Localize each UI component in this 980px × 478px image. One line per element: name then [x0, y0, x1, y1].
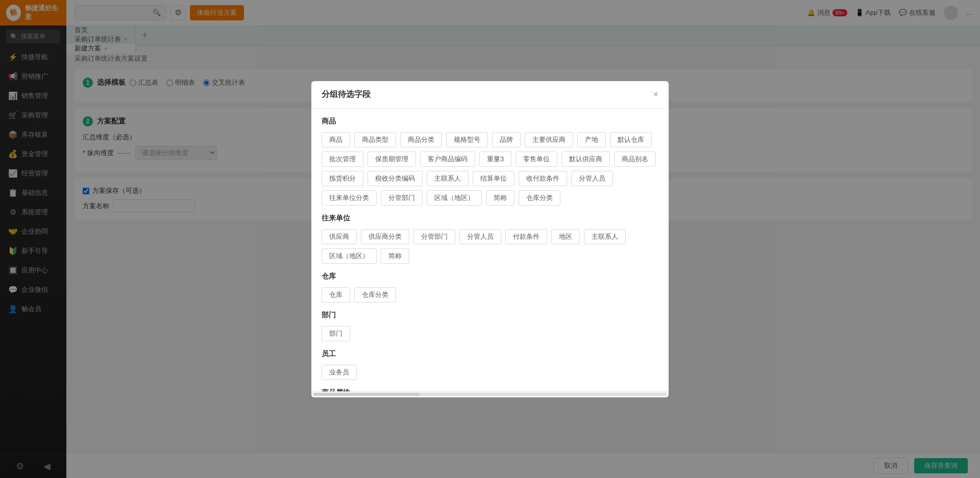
tag-item[interactable]: 分管人员: [459, 229, 501, 244]
tag-item[interactable]: 产地: [577, 132, 606, 147]
tag-grid-staff: 业务员: [322, 365, 658, 380]
section-title-supplier: 往来单位: [322, 214, 658, 223]
section-title-warehouse: 仓库: [322, 272, 658, 281]
tag-item[interactable]: 分管部门: [413, 229, 455, 244]
tag-grid-goods: 商品商品类型商品分类规格型号品牌主要供应商产地默认仓库批次管理保质期管理客户商品…: [322, 132, 658, 206]
tag-item[interactable]: 分管人员: [571, 171, 613, 186]
section-title-staff: 员工: [322, 349, 658, 359]
tag-item[interactable]: 默认供应商: [561, 152, 610, 167]
tag-item[interactable]: 商品别名: [614, 152, 656, 167]
tag-item[interactable]: 零售单位: [516, 152, 557, 167]
tag-item[interactable]: 供应商: [322, 229, 357, 244]
modal-header: 分组待选字段 ×: [311, 81, 669, 109]
tag-item[interactable]: 业务员: [322, 365, 357, 380]
tag-item[interactable]: 重量3: [479, 152, 511, 167]
tag-item[interactable]: 仓库分类: [519, 190, 560, 206]
tag-item[interactable]: 简称: [381, 248, 409, 264]
modal-dialog: 分组待选字段 × 商品商品商品类型商品分类规格型号品牌主要供应商产地默认仓库批次…: [311, 81, 669, 397]
modal-body: 商品商品商品类型商品分类规格型号品牌主要供应商产地默认仓库批次管理保质期管理客户…: [311, 109, 669, 391]
tag-item[interactable]: 往来单位分类: [322, 190, 377, 206]
tag-item[interactable]: 规格型号: [446, 132, 488, 147]
tag-item[interactable]: 默认仓库: [610, 132, 652, 147]
tag-item[interactable]: 仓库分类: [354, 287, 396, 303]
tag-item[interactable]: 区域（地区）: [427, 190, 482, 206]
tag-item[interactable]: 商品类型: [354, 132, 396, 147]
tag-item[interactable]: 供应商分类: [361, 229, 409, 244]
tag-item[interactable]: 批次管理: [322, 152, 363, 167]
tag-item[interactable]: 结算单位: [473, 171, 514, 186]
modal-scrollbar-thumb: [313, 393, 420, 396]
tag-item[interactable]: 拣货积分: [322, 171, 363, 186]
modal-title: 分组待选字段: [322, 89, 371, 100]
tag-item[interactable]: 保质期管理: [368, 152, 416, 167]
tag-item[interactable]: 分管部门: [381, 190, 423, 206]
tag-item[interactable]: 品牌: [492, 132, 521, 147]
tag-item[interactable]: 收付款条件: [519, 171, 567, 186]
modal-overlay: 分组待选字段 × 商品商品商品类型商品分类规格型号品牌主要供应商产地默认仓库批次…: [0, 0, 980, 478]
tag-item[interactable]: 部门: [322, 326, 350, 341]
tag-item[interactable]: 仓库: [322, 287, 350, 303]
modal-bottom-scrollbar[interactable]: [311, 391, 669, 397]
tag-item[interactable]: 主要供应商: [525, 132, 573, 147]
modal-close-button[interactable]: ×: [653, 89, 658, 100]
tag-item[interactable]: 付款条件: [505, 229, 547, 244]
section-title-goods: 商品: [322, 117, 658, 126]
section-title-department: 部门: [322, 311, 658, 320]
tag-item[interactable]: 主联系人: [427, 171, 469, 186]
tag-item[interactable]: 主联系人: [584, 229, 626, 244]
tag-item[interactable]: 客户商品编码: [420, 152, 475, 167]
tag-item[interactable]: 税收分类编码: [368, 171, 423, 186]
tag-item[interactable]: 简称: [486, 190, 514, 206]
tag-item[interactable]: 商品分类: [400, 132, 442, 147]
tag-item[interactable]: 地区: [551, 229, 580, 244]
tag-item[interactable]: 区域（地区）: [322, 248, 377, 264]
tag-grid-department: 部门: [322, 326, 658, 341]
tag-grid-supplier: 供应商供应商分类分管部门分管人员付款条件地区主联系人区域（地区）简称: [322, 229, 658, 264]
tag-item[interactable]: 商品: [322, 132, 350, 147]
modal-scrollbar-track: [313, 393, 667, 396]
tag-grid-warehouse: 仓库仓库分类: [322, 287, 658, 303]
